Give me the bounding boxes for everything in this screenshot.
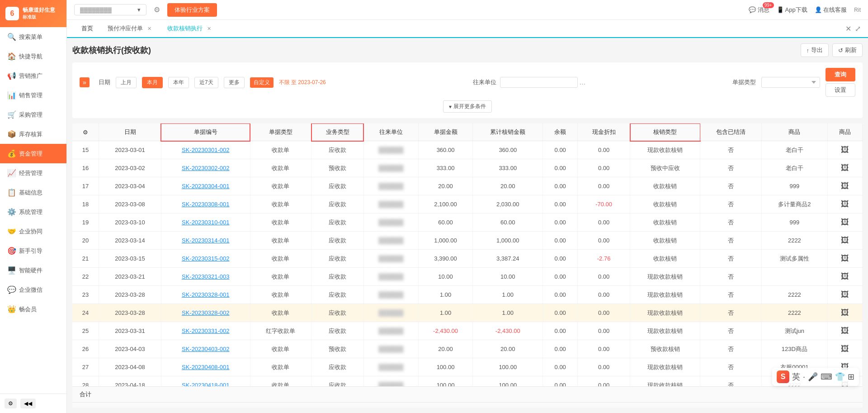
date-this-month[interactable]: 本月: [142, 77, 163, 88]
link-row-bill-no[interactable]: SK-20230331-002: [182, 328, 230, 334]
date-more[interactable]: 更多: [224, 77, 245, 88]
row-bill-no[interactable]: SK-20230314-001: [161, 232, 250, 250]
col-header-biz_type: 业务类型: [311, 123, 364, 141]
sidebar-item-guide[interactable]: 🎯新手引导: [0, 241, 66, 261]
row-balance: 0.00: [543, 250, 578, 268]
row-goods2: 🖼: [828, 232, 863, 250]
row-bill-no[interactable]: SK-20230408-001: [161, 358, 250, 376]
horizontal-scrollbar[interactable]: [72, 402, 863, 408]
refresh-btn[interactable]: ↺ 刷新: [832, 43, 863, 57]
row-bill-no[interactable]: SK-20230304-001: [161, 177, 250, 195]
online-service[interactable]: 👤 在线客服: [815, 6, 847, 14]
link-row-bill-no[interactable]: SK-20230328-002: [182, 309, 230, 316]
row-bill-no[interactable]: SK-20230301-002: [161, 141, 250, 159]
sidebar-item-enterprise[interactable]: 🤝企业协同: [0, 222, 66, 241]
table-scroll[interactable]: ⚙日期单据编号单据类型业务类型往来单位单据金额累计核销金额余额现金折扣核销类型包…: [72, 123, 863, 386]
sidebar-item-quicknav[interactable]: 🏠快捷导航: [0, 47, 66, 66]
link-row-bill-no[interactable]: SK-20230315-002: [182, 255, 230, 262]
row-bill-no[interactable]: SK-20230403-002: [161, 340, 250, 358]
partner-dots[interactable]: ...: [580, 78, 585, 86]
row-discount: 0.00: [578, 322, 630, 340]
row-verify-type: 预收款核销: [630, 340, 700, 358]
row-biz-type: 预收款: [311, 340, 364, 358]
row-bill-no[interactable]: SK-20230321-003: [161, 268, 250, 286]
export-btn[interactable]: ↑ 导出: [801, 43, 829, 57]
row-goods: 999: [761, 214, 827, 232]
link-row-bill-no[interactable]: SK-20230302-002: [182, 165, 230, 171]
sidebar-item-purchase[interactable]: 🛒采购管理: [0, 105, 66, 124]
table-row: 202023-03-14SK-20230314-001收款单应收款██████1…: [72, 232, 863, 250]
app-label: App下载: [785, 6, 807, 13]
row-amount: 20.00: [418, 177, 472, 195]
date-7days[interactable]: 近7天: [194, 77, 218, 88]
link-row-bill-no[interactable]: SK-20230304-001: [182, 183, 230, 190]
link-row-bill-no[interactable]: SK-20230321-003: [182, 273, 230, 280]
sidebar-collapse-btn[interactable]: ◀◀: [20, 399, 36, 408]
link-row-bill-no[interactable]: SK-20230308-001: [182, 201, 230, 208]
link-row-bill-no[interactable]: SK-20230418-001: [182, 382, 230, 386]
row-bill-no[interactable]: SK-20230328-001: [161, 286, 250, 304]
date-custom[interactable]: 自定义: [250, 77, 274, 88]
link-row-bill-no[interactable]: SK-20230314-001: [182, 237, 230, 244]
link-row-bill-no[interactable]: SK-20230408-001: [182, 364, 230, 370]
sidebar-item-search[interactable]: 🔍搜索菜单: [0, 27, 66, 47]
sidebar-item-marketing[interactable]: 📢营销推广: [0, 66, 66, 85]
results-table: ⚙日期单据编号单据类型业务类型往来单位单据金额累计核销金额余额现金折扣核销类型包…: [72, 123, 863, 386]
link-row-bill-no[interactable]: SK-20230301-002: [182, 147, 230, 153]
tab-receipt-verify[interactable]: 收款核销执行✕: [160, 20, 220, 38]
link-row-bill-no[interactable]: SK-20230403-002: [182, 346, 230, 352]
filter-toggle-btn[interactable]: »: [80, 77, 90, 87]
query-btn[interactable]: 查询: [826, 68, 855, 81]
expand-btn[interactable]: ▾ 展开更多条件: [443, 100, 492, 113]
sidebar-item-system[interactable]: ⚙️系统管理: [0, 202, 66, 222]
row-bill-no[interactable]: SK-20230315-002: [161, 250, 250, 268]
sidebar-item-sales[interactable]: 📊销售管理: [0, 85, 66, 105]
row-bill-no[interactable]: SK-20230328-002: [161, 304, 250, 322]
settings-btn[interactable]: 设置: [826, 83, 855, 97]
topnav-actions: 💬 消息 99+ 📱 App下载 👤 在线客服 Rit: [749, 6, 861, 14]
watermark-icons[interactable]: 英 · 🎤 ⌨ 👕 ⊞: [792, 371, 854, 382]
tab-close-prepay[interactable]: ✕: [146, 25, 153, 32]
date-this-year[interactable]: 本年: [168, 77, 189, 88]
sidebar-label-wechat: 企业微信: [19, 286, 42, 294]
settings-icon[interactable]: ⚙: [154, 5, 160, 14]
message-badge[interactable]: 💬 消息 99+: [749, 6, 769, 14]
tab-home[interactable]: 首页: [74, 20, 100, 38]
row-include-cleared: 否: [700, 141, 762, 159]
row-bill-no[interactable]: SK-20230308-001: [161, 195, 250, 214]
sidebar-item-hardware[interactable]: 🖥️智能硬件: [0, 261, 66, 280]
sidebar-settings-btn[interactable]: ⚙: [5, 399, 17, 408]
bill-type-select[interactable]: [761, 77, 820, 88]
row-biz-type: 应收款: [311, 214, 364, 232]
sidebar-item-basic[interactable]: 📋基础信息: [0, 183, 66, 202]
app-download[interactable]: 📱 App下载: [777, 6, 807, 14]
tab-close-all-btn[interactable]: ✕: [845, 24, 851, 33]
row-balance: 0.00: [543, 141, 578, 159]
solution-btn[interactable]: 体验行业方案: [167, 3, 217, 17]
partner-input[interactable]: [500, 77, 578, 88]
sidebar-item-wechat[interactable]: 💬企业微信: [0, 280, 66, 299]
date-last-month[interactable]: 上月: [116, 77, 137, 88]
link-row-bill-no[interactable]: SK-20230310-001: [182, 219, 230, 226]
row-date: 2023-04-03: [99, 340, 161, 358]
row-amount: 100.00: [418, 358, 472, 376]
row-bill-no[interactable]: SK-20230331-002: [161, 322, 250, 340]
sidebar-item-member[interactable]: 👑畅会员: [0, 299, 66, 319]
row-bill-no[interactable]: SK-20230302-002: [161, 159, 250, 177]
sidebar-item-finance[interactable]: 💰资金管理: [0, 144, 66, 163]
link-row-bill-no[interactable]: SK-20230328-001: [182, 291, 230, 298]
tab-close-receipt-verify[interactable]: ✕: [205, 25, 212, 32]
gear-col-icon[interactable]: ⚙: [83, 129, 88, 136]
row-date: 2023-03-14: [99, 232, 161, 250]
row-bill-type: 收款单: [250, 250, 311, 268]
sidebar-item-inventory[interactable]: 📦库存核算: [0, 124, 66, 144]
row-date: 2023-03-04: [99, 177, 161, 195]
row-bill-no[interactable]: SK-20230310-001: [161, 214, 250, 232]
sidebar-item-operation[interactable]: 📈经营管理: [0, 163, 66, 183]
topnav-dropdown[interactable]: ▓▓▓▓▓▓▓▓ ▾: [74, 4, 146, 15]
tab-maximize-btn[interactable]: ⤢: [855, 24, 861, 33]
row-amount: 1.00: [418, 304, 472, 322]
row-bill-no[interactable]: SK-20230418-001: [161, 376, 250, 387]
tabs-spacer: [220, 20, 845, 37]
tab-prepay[interactable]: 预付冲应付单✕: [100, 20, 160, 38]
